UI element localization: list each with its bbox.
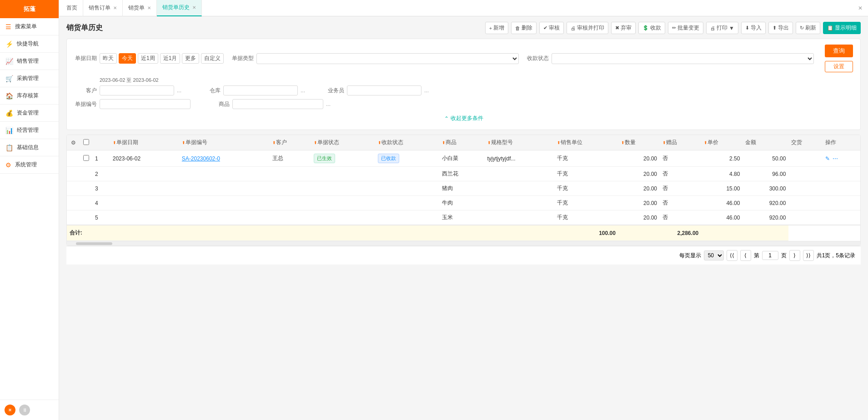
more-icon[interactable]: ⋯ [833,155,838,162]
print-button[interactable]: 🖨 打印 ▼ [706,22,738,34]
refresh-button[interactable]: ↻ 刷新 [796,22,820,34]
prev-page-button[interactable]: ⟨ [740,250,751,261]
query-button[interactable]: 查询 [825,45,853,57]
sidebar-item-finance[interactable]: 💰 资金管理 [0,105,59,122]
warehouse-input[interactable] [223,85,298,95]
th-settings[interactable]: ⚙ [67,135,80,150]
collapse-filters-button[interactable]: ⌃ 收起更多条件 [74,113,853,124]
sidebar-item-base-info[interactable]: 📋 基础信息 [0,139,59,156]
warehouse-picker-icon[interactable]: ... [301,87,305,94]
td-checkbox[interactable] [80,196,92,210]
td-checkbox[interactable] [80,210,92,225]
last-page-button[interactable]: ⟩⟩ [803,250,814,261]
show-detail-button[interactable]: 📋 显示明细 [823,22,861,34]
th-goods[interactable]: ⬆商品 [439,135,484,150]
tab-home[interactable]: 首页 [61,0,83,16]
sidebar-item-sys-mgmt[interactable]: ⚙ 系统管理 [0,156,59,174]
shortcut-today[interactable]: 今天 [119,53,136,64]
customer-input[interactable] [100,85,174,95]
th-collect-status[interactable]: ⬆收款状态 [375,135,439,150]
td-date [110,167,179,181]
sidebar-bottom-btn2[interactable]: ⏸ [19,405,30,415]
th-unit[interactable]: ⬆销售单位 [554,135,618,150]
th-doc-status[interactable]: ⬆单据状态 [311,135,375,150]
export-label: 导出 [778,24,789,32]
sidebar-bottom-btn1[interactable]: ☀ [5,405,15,415]
close-all-tabs-button[interactable]: ✕ [854,5,866,11]
th-gift[interactable]: ⬆赠品 [660,135,701,150]
batch-change-button[interactable]: ✏ 批量变更 [668,22,703,34]
shortcut-month[interactable]: 近1月 [160,53,181,64]
td-action [823,181,860,196]
staff-picker-icon[interactable]: ... [424,87,429,94]
td-doc-status [311,181,375,196]
abandon-icon: ✖ [615,25,619,31]
export-button[interactable]: ⬆ 导出 [768,22,793,34]
td-checkbox[interactable] [80,181,92,196]
td-settings [67,210,80,225]
table-header-row: ⚙ ⬆单据日期 ⬆单据编号 ⬆客户 ⬆单据状态 ⬆收款状态 ⬆商品 ⬆规格型号 … [67,135,860,150]
shortcut-more[interactable]: 更多 [182,53,199,64]
first-page-button[interactable]: ⟨⟨ [727,250,738,261]
tab-sales-order[interactable]: 销售订单 ✕ [83,0,123,16]
sidebar-item-quick-nav[interactable]: ⚡ 快捷导航 [0,35,59,53]
sidebar-item-sales-mgmt[interactable]: 📈 销售管理 [0,53,59,70]
horizontal-scrollbar[interactable] [67,241,860,245]
collect-status-select[interactable] [552,53,814,64]
sidebar-item-inventory[interactable]: 🏠 库存核算 [0,87,59,105]
th-qty[interactable]: ⬆数量 [618,135,660,150]
docno-input[interactable] [100,99,191,109]
abandon-button[interactable]: ✖ 弃审 [611,22,636,34]
th-spec[interactable]: ⬆规格型号 [485,135,554,150]
sidebar-bottom: ☀ ⏸ [0,400,59,420]
th-date[interactable]: ⬆单据日期 [110,135,179,150]
row-checkbox[interactable] [83,155,89,161]
sidebar-item-purchase-mgmt[interactable]: 🛒 采购管理 [0,70,59,87]
settings-button[interactable]: 设置 [825,61,853,72]
td-goods: 玉米 [439,210,484,225]
sidebar-item-search-menu[interactable]: ☰ 搜索菜单 [0,18,59,35]
customer-picker-icon[interactable]: ... [177,87,181,94]
shortcut-yesterday[interactable]: 昨天 [100,53,117,64]
audit-print-label: 审核并打印 [577,24,604,32]
sort-icon: ⬆ [314,140,317,145]
select-all-checkbox[interactable] [83,139,89,145]
edit-icon[interactable]: ✎ [825,155,830,162]
shortcut-custom[interactable]: 自定义 [201,53,224,64]
sort-icon: ⬆ [182,140,186,145]
th-doc-no[interactable]: ⬆单据编号 [179,135,270,150]
per-page-select[interactable]: 50 [704,250,724,260]
td-date [110,196,179,210]
td-checkbox[interactable] [80,167,92,181]
td-collect-status [375,181,439,196]
goods-input[interactable] [232,99,323,109]
delete-button[interactable]: 🗑 删除 [511,22,537,34]
audit-button[interactable]: ✔ 审核 [539,22,564,34]
td-doc-no: SA-20230602-0 [179,150,270,167]
sidebar-item-operations[interactable]: 📊 经营管理 [0,122,59,139]
tab-close-icon[interactable]: ✕ [113,5,117,10]
staff-input[interactable] [347,85,421,95]
tab-close-icon[interactable]: ✕ [147,5,151,10]
th-price[interactable]: ⬆单价 [701,135,743,150]
import-button[interactable]: ⬇ 导入 [741,22,766,34]
th-checkbox[interactable] [80,135,92,150]
td-price: 2.50 [701,150,743,167]
doc-no-link[interactable]: SA-20230602-0 [182,155,220,162]
td-checkbox[interactable] [80,150,92,167]
th-customer[interactable]: ⬆客户 [270,135,311,150]
tab-sales-history[interactable]: 销货单历史 ✕ [157,0,202,16]
doc-type-select[interactable] [256,53,519,64]
next-page-button[interactable]: ⟩ [789,250,800,261]
tab-close-icon[interactable]: ✕ [192,5,196,10]
shortcut-week[interactable]: 近1周 [138,53,158,64]
scrollbar-thumb[interactable] [76,242,112,245]
tab-sales-delivery[interactable]: 销货单 ✕ [123,0,157,16]
page-number-input[interactable] [762,251,778,260]
audit-print-button[interactable]: 🖨 审核并打印 [567,22,608,34]
goods-picker-icon[interactable]: ... [326,101,331,107]
collect-button[interactable]: 💲 收款 [638,22,665,34]
td-goods: 猪肉 [439,181,484,196]
new-button[interactable]: + 新增 [485,22,508,34]
new-label: 新增 [493,24,504,32]
